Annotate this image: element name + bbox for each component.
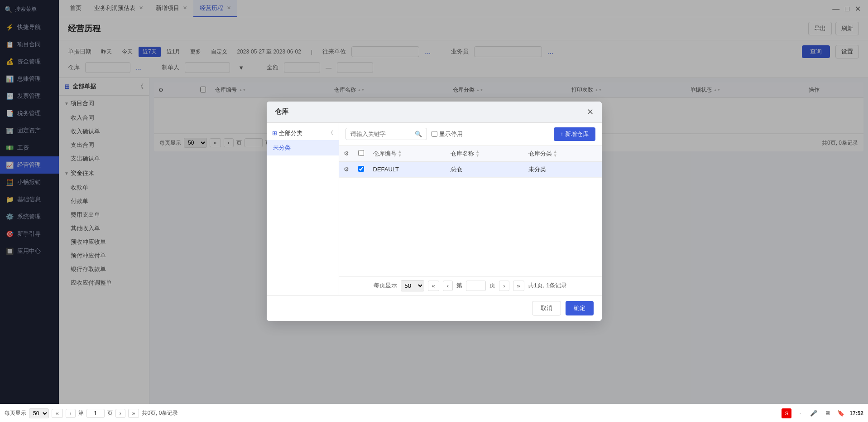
dialog-sort-name[interactable]: 仓库名称 ▲▼ (451, 150, 519, 158)
dialog-row-code: DEFAULT (369, 161, 446, 177)
dialog-sort-category[interactable]: 仓库分类 ▲▼ (528, 150, 597, 158)
taskbar-s-logo: S (782, 408, 791, 418)
dialog-row-category: 未分类 (524, 161, 602, 177)
dialog-close-button[interactable]: ✕ (587, 107, 594, 117)
dialog-header: 仓库 ✕ (267, 102, 602, 123)
taskbar-right: S · 🎤 🖥 🔖 17:52 (782, 408, 863, 418)
show-disabled-checkbox[interactable] (432, 131, 437, 137)
dialog-total-records: 共1页, 1条记录 (528, 281, 567, 290)
show-disabled-label[interactable]: 显示停用 (432, 130, 463, 138)
dialog-current-page[interactable]: 1 (466, 281, 486, 291)
dialog-toolbar: 🔍 显示停用 + 新增仓库 (339, 123, 602, 146)
dialog-th-code: 仓库编号 ▲▼ (369, 146, 446, 162)
dialog-next-page[interactable]: › (499, 281, 509, 291)
dialog-category-uncategorized[interactable]: 未分类 (267, 140, 339, 155)
dialog-page-suffix: 页 (489, 281, 495, 290)
taskbar-bookmark-icon[interactable]: 🔖 (836, 408, 846, 418)
dialog-footer: 取消 确定 (267, 295, 602, 321)
dialog-overlay: 仓库 ✕ ⊞ 全部分类 《 未分类 (0, 0, 868, 422)
dialog-prev-page[interactable]: ‹ (443, 281, 453, 291)
taskbar-total: 共0页, 0条记录 (142, 409, 178, 417)
dialog-last-page[interactable]: » (513, 281, 524, 291)
dialog-search-input[interactable] (350, 131, 413, 137)
add-warehouse-button[interactable]: + 新增仓库 (554, 127, 595, 141)
taskbar-dot-icon: · (795, 408, 805, 418)
taskbar-pagination: 每页显示 50 « ‹ 第 页 › » 共0页, 0条记录 (59, 408, 178, 418)
dialog-row-check[interactable] (354, 161, 369, 177)
warehouse-dialog: 仓库 ✕ ⊞ 全部分类 《 未分类 (267, 102, 602, 321)
dialog-title: 仓库 (275, 107, 288, 116)
dialog-th-name: 仓库名称 ▲▼ (446, 146, 524, 162)
dialog-per-page-select[interactable]: 50 100 (401, 280, 424, 291)
all-categories-label: ⊞ 全部分类 (272, 129, 302, 137)
dialog-first-page[interactable]: « (428, 281, 439, 291)
dialog-search-icon: 🔍 (415, 131, 422, 137)
dialog-body: ⊞ 全部分类 《 未分类 🔍 (267, 123, 602, 295)
dialog-row-settings[interactable]: ⚙ (339, 161, 354, 177)
dialog-left-collapse[interactable]: 《 (328, 129, 333, 137)
taskbar-page-suffix: 页 (107, 409, 113, 417)
dialog-th-settings[interactable]: ⚙ (339, 146, 354, 162)
cancel-button[interactable]: 取消 (532, 301, 561, 315)
taskbar: 每页显示 50 « ‹ 第 页 › » 共0页, 0条记录 S · 🎤 🖥 🔖 … (59, 404, 868, 422)
taskbar-page-label: 第 (78, 409, 84, 417)
dialog-table: ⚙ 仓库编号 ▲▼ 仓库名称 (339, 146, 602, 178)
dialog-table-wrap: ⚙ 仓库编号 ▲▼ 仓库名称 (339, 146, 602, 276)
dialog-page-label: 第 (456, 281, 462, 290)
dialog-per-page-label: 每页显示 (374, 281, 397, 290)
dialog-row-checkbox[interactable] (358, 166, 364, 172)
table-row[interactable]: ⚙ DEFAULT 总仓 未分类 (339, 161, 602, 177)
taskbar-time: 17:52 (849, 410, 863, 417)
dialog-select-all[interactable] (358, 150, 364, 156)
taskbar-screen-icon[interactable]: 🖥 (822, 408, 832, 418)
confirm-button[interactable]: 确定 (566, 301, 594, 315)
dialog-search-field[interactable]: 🔍 (345, 128, 427, 140)
dialog-th-check[interactable] (354, 146, 369, 162)
taskbar-next-page[interactable]: › (115, 409, 125, 418)
dialog-pagination: 每页显示 50 100 « ‹ 第 1 页 › » 共1页, 1条记录 (339, 276, 602, 295)
dialog-left-panel: ⊞ 全部分类 《 未分类 (267, 123, 339, 295)
taskbar-last-page[interactable]: » (128, 409, 139, 418)
dialog-sort-code[interactable]: 仓库编号 ▲▼ (373, 150, 442, 158)
taskbar-mic-icon[interactable]: 🎤 (809, 408, 819, 418)
taskbar-first-page[interactable]: « (59, 409, 63, 418)
taskbar-current-page[interactable] (86, 409, 105, 418)
taskbar-prev-page[interactable]: ‹ (66, 409, 76, 418)
dialog-left-header: ⊞ 全部分类 《 (267, 126, 339, 140)
dialog-th-category: 仓库分类 ▲▼ (524, 146, 602, 162)
dialog-row-name: 总仓 (446, 161, 524, 177)
dialog-right-panel: 🔍 显示停用 + 新增仓库 ⚙ (339, 123, 602, 295)
